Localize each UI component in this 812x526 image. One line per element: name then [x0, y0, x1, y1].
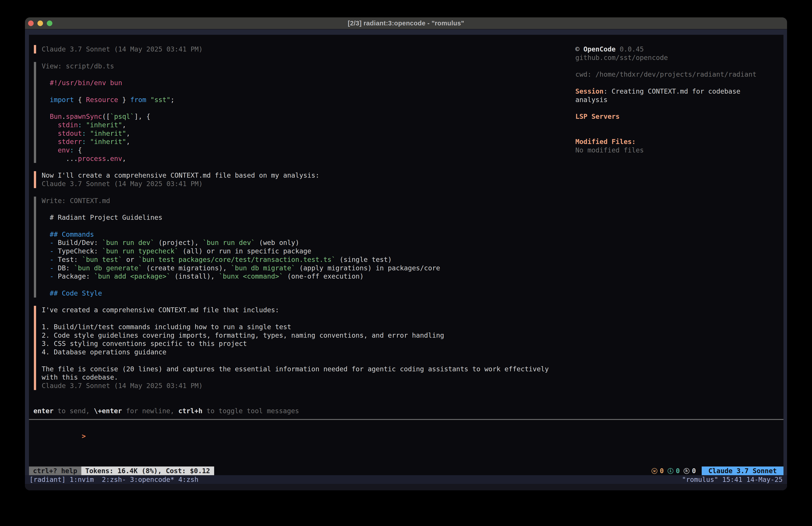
tokens-cost-chip: Tokens: 16.4K (8%), Cost: $0.12 [81, 467, 214, 475]
text-run [146, 96, 150, 104]
text-run: # Radiant Project Guidelines [42, 214, 162, 221]
text-run: Test: [54, 256, 82, 264]
text-run [42, 113, 50, 120]
terminal-line: Now I'll create a comprehensive CONTEXT.… [42, 171, 776, 180]
text-run: `bun add <package>` [94, 272, 171, 280]
terminal-line: The file is concise (20 lines) and captu… [42, 365, 776, 373]
terminal-line: I've created a comprehensive CONTEXT.md … [42, 306, 776, 314]
terminal-line [42, 314, 776, 323]
text-run [42, 239, 50, 246]
terminal-line: ## Commands [42, 230, 776, 239]
zoom-button[interactable] [47, 20, 52, 26]
text-run: (apply migrations) in packages/core [295, 264, 440, 272]
text-run: env [58, 146, 70, 154]
opencode-tui: Claude 3.7 Sonnet (14 May 2025 03:41 PM)… [29, 35, 783, 475]
model-chip[interactable]: Claude 3.7 Sonnet [702, 467, 783, 475]
text-run: "inherit" [90, 129, 126, 137]
text-run: : [82, 138, 86, 145]
text-run: Modified Files: [575, 138, 636, 145]
text-run: OpenCode [583, 45, 616, 53]
terminal-line: Claude 3.7 Sonnet (14 May 2025 03:41 PM) [42, 180, 776, 188]
text-run: View: script/db.ts [42, 62, 114, 70]
terminal-line: - Package: `bun add <package>` (install)… [42, 272, 776, 281]
terminal-line: - TypeCheck: `bun run typecheck` (all) o… [42, 247, 776, 255]
terminal-line [575, 121, 783, 129]
text-run: { [74, 96, 86, 104]
diagnostic-count: 0 [692, 467, 696, 475]
text-run: `bun run dev` [102, 239, 155, 246]
text-run: 4. Database operations guidance [42, 348, 166, 356]
terminal-line: 3. CSS styling conventions specific to t… [42, 339, 776, 348]
text-run: ; [171, 96, 174, 104]
text-run: `bun test` [82, 256, 122, 264]
message-block: Now I'll create a comprehensive CONTEXT.… [34, 171, 776, 188]
text-run: `psql` [110, 113, 134, 120]
text-run: #!/usr/bin/env bun [50, 79, 122, 87]
text-run [42, 256, 50, 264]
text-run: ([ [102, 113, 110, 120]
text-run: `bun run dev` [203, 239, 255, 246]
diagnostic-info: i0 [668, 467, 680, 475]
terminal-line [42, 205, 776, 213]
diagnostic-hint: h0 [684, 467, 696, 475]
tmux-status-bar: [radiant] 1:nvim 2:zsh- 3:opencode* 4:zs… [25, 475, 787, 484]
text-run: stdout [58, 129, 82, 137]
text-run: - [50, 247, 54, 255]
terminal-line: 1. Build/lint/test commands including ho… [42, 323, 776, 331]
terminal-line: Modified Files: [575, 138, 783, 146]
terminal-line: Claude 3.7 Sonnet (14 May 2025 03:41 PM) [42, 382, 776, 390]
text-run: analysis [575, 96, 608, 104]
minimize-button[interactable] [38, 20, 43, 26]
text-run: (project), [155, 239, 203, 246]
text-run: . [106, 155, 110, 162]
text-run: `bun db generate` [74, 264, 142, 272]
close-button[interactable] [28, 20, 34, 26]
text-run: - [50, 272, 54, 280]
text-run: © [575, 45, 583, 53]
text-run: "inherit" [90, 138, 126, 145]
divider-rule [29, 419, 783, 420]
command-input[interactable]: > [29, 424, 783, 432]
text-run: (single test) [336, 256, 392, 264]
text-run: ... [42, 155, 78, 162]
text-run: : [70, 146, 74, 154]
tmux-client-status: "romulus" 15:41 14-May-25 [682, 475, 783, 483]
text-run: Session [575, 87, 604, 95]
text-run: , [122, 155, 126, 162]
text-run: stdin [58, 121, 78, 129]
text-run: to send, [54, 407, 94, 415]
text-run: { [74, 146, 82, 154]
text-run [42, 79, 50, 87]
text-run: enter [33, 407, 54, 415]
tmux-session-windows[interactable]: [radiant] 1:nvim 2:zsh- 3:opencode* 4:zs… [29, 475, 199, 483]
terminal-line: cwd: /home/thdxr/dev/projects/radiant/ra… [575, 70, 783, 79]
text-run: . [62, 113, 66, 120]
text-run: stderr [58, 138, 82, 145]
text-run: } [118, 96, 130, 104]
terminal-line: - Build/Dev: `bun run dev` (project), `b… [42, 239, 776, 247]
terminal-line: © OpenCode 0.0.45 [575, 45, 783, 54]
terminal-line: ...process.env, [42, 155, 776, 163]
terminal-line [575, 129, 783, 138]
text-run: - [50, 239, 54, 246]
terminal-line [575, 104, 783, 112]
diagnostic-warning: w0 [652, 467, 664, 475]
text-run: 3. CSS styling conventions specific to t… [42, 340, 247, 347]
text-run: Package: [54, 272, 94, 280]
text-run: "inherit" [86, 121, 122, 129]
text-run [42, 121, 58, 129]
text-run [86, 129, 90, 137]
message-block: Write: CONTEXT.md # Radiant Project Guid… [34, 197, 776, 298]
text-run: env [110, 155, 122, 162]
text-run [82, 121, 86, 129]
terminal-line [42, 222, 776, 230]
terminal-line: Session: Creating CONTEXT.md for codebas… [575, 87, 783, 96]
message-block: I've created a comprehensive CONTEXT.md … [34, 306, 776, 390]
text-run: LSP Servers [575, 113, 620, 120]
text-run: 1. Build/lint/test commands including ho… [42, 323, 291, 331]
terminal-line [42, 356, 776, 365]
text-run: (create migrations), [142, 264, 231, 272]
terminal-line: # Radiant Project Guidelines [42, 213, 776, 222]
text-run: Build/Dev: [54, 239, 102, 246]
window-title: [2/3] radiant:3:opencode - "romulus" [348, 19, 464, 27]
